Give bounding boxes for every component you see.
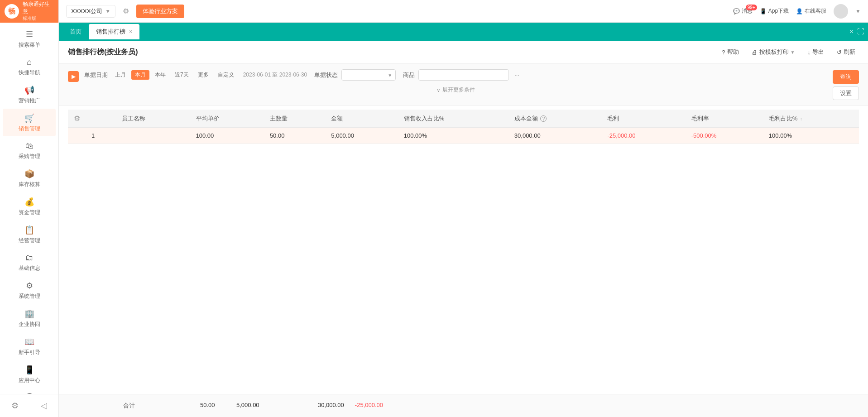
page-content: 销售排行榜(按业务员) ? 帮助 🖨 按模板打印 ▼ ↓ 导出 ↺ 刷新 xyxy=(59,41,868,417)
sidebar-item-inventory-label: 库存核算 xyxy=(19,181,40,188)
profit-pct-sort-icon[interactable]: ↕ xyxy=(800,116,802,121)
sales-rank-table: ⚙ 员工名称 平均单价 主数量 全额 xyxy=(68,110,859,144)
tab-home[interactable]: 首页 xyxy=(62,24,89,39)
topbar: XXXXX公司 ▼ ⚙ 体验行业方案 💬 消息 99+ 📱 App下载 👤 在线… xyxy=(59,0,868,23)
sidebar-item-base[interactable]: 🗂 基础信息 xyxy=(3,249,56,276)
sidebar-item-search[interactable]: ☰ 搜索菜单 xyxy=(3,25,56,53)
table-footer: 合计 50.00 5,000.00 30,000.00 -25,000.00 xyxy=(59,394,868,417)
filter-and-query: ▶ 单据日期 上月 本月 本年 近7天 更多 自定义 xyxy=(68,69,859,100)
col-profit-label: 毛利 xyxy=(607,115,619,122)
export-btn[interactable]: ↓ 导出 xyxy=(804,46,828,58)
refresh-btn[interactable]: ↺ 刷新 xyxy=(833,46,859,58)
industry-btn[interactable]: 体验行业方案 xyxy=(136,5,184,18)
sidebar-item-operations[interactable]: 📋 经营管理 xyxy=(3,220,56,248)
page-header: 销售排行榜(按业务员) ? 帮助 🖨 按模板打印 ▼ ↓ 导出 ↺ 刷新 xyxy=(59,41,868,64)
company-selector[interactable]: XXXXX公司 ▼ xyxy=(66,5,115,18)
cell-profit-rate: -500.00% xyxy=(686,128,763,144)
sidebar-item-collab[interactable]: 🏢 企业协同 xyxy=(3,304,56,332)
sales-icon: 🛒 xyxy=(24,113,34,123)
date-tab-current-month[interactable]: 本月 xyxy=(131,70,149,80)
footer-profit: -25,000.00 xyxy=(350,399,388,412)
sidebar-item-shortcuts[interactable]: ⌂ 快捷导航 xyxy=(3,53,56,80)
sidebar-item-inventory[interactable]: 📦 库存核算 xyxy=(3,164,56,192)
tab-sales-rank[interactable]: 销售排行榜 × xyxy=(89,24,139,39)
app-download-label: App下载 xyxy=(768,7,789,15)
tab-close-icon[interactable]: × xyxy=(129,29,132,35)
apps-icon: 📱 xyxy=(24,365,34,375)
sidebar: 畅 畅康通好生意 标准版 ☰ 搜索菜单 ⌂ 快捷导航 📢 营销推广 🛒 销售管理… xyxy=(0,0,59,417)
search-menu-icon: ☰ xyxy=(26,29,33,39)
help-btn[interactable]: ? 帮助 xyxy=(718,46,742,58)
goods-input[interactable] xyxy=(418,69,509,81)
app-download-btn[interactable]: 📱 App下载 xyxy=(760,7,789,15)
footer-row: 合计 50.00 5,000.00 30,000.00 -25,000.00 xyxy=(68,399,859,412)
logo-sub-text: 标准版 xyxy=(23,15,54,22)
col-name: 员工名称 xyxy=(116,110,190,128)
sidebar-settings-btn[interactable]: ⚙ xyxy=(8,399,22,412)
filter-toggle-btn[interactable]: ▶ xyxy=(68,71,79,82)
col-rank xyxy=(86,110,116,128)
tab-maximize-icon[interactable]: ⛶ xyxy=(857,28,864,36)
col-profit: 毛利 xyxy=(602,110,686,128)
profit-pct-value: 100.00% xyxy=(769,132,792,139)
footer-spacer-1 xyxy=(68,399,104,412)
cost-help-icon[interactable]: ? xyxy=(540,115,547,122)
avg-price-value: 100.00 xyxy=(196,132,214,139)
sidebar-item-guide[interactable]: 📖 新手引导 xyxy=(3,332,56,360)
help-label: 帮助 xyxy=(727,48,739,56)
table-header: ⚙ 员工名称 平均单价 主数量 全额 xyxy=(68,110,859,128)
cell-amount: 5,000.00 xyxy=(326,128,398,144)
sales-pct-value: 100.00% xyxy=(404,132,427,139)
sidebar-item-purchase[interactable]: 🛍 采购管理 xyxy=(3,137,56,164)
cell-cost: 30,000.00 xyxy=(509,128,602,144)
base-icon: 🗂 xyxy=(25,253,34,263)
sidebar-item-marketing[interactable]: 📢 营销推广 xyxy=(3,81,56,108)
logo-main-text: 畅康通好生意 xyxy=(23,1,54,15)
sidebar-item-finance[interactable]: 💰 资金管理 xyxy=(3,192,56,220)
user-name-btn[interactable]: ▼ xyxy=(855,8,861,14)
sidebar-item-system-label: 系统管理 xyxy=(19,292,40,300)
cell-profit-pct: 100.00% xyxy=(763,128,859,144)
profit-value: -25,000.00 xyxy=(607,132,635,139)
company-dropdown-arrow: ▼ xyxy=(105,8,110,14)
inventory-icon: 📦 xyxy=(24,169,34,179)
date-tab-more[interactable]: 更多 xyxy=(194,70,212,80)
quantity-value: 50.00 xyxy=(270,132,285,139)
status-select-wrap xyxy=(341,69,396,81)
filter-settings-btn[interactable]: 设置 xyxy=(833,86,859,100)
goods-more-options[interactable]: ··· xyxy=(513,72,521,78)
cell-profit: -25,000.00 xyxy=(602,128,686,144)
date-tab-prev-month[interactable]: 上月 xyxy=(111,70,129,80)
sidebar-item-apps[interactable]: 📱 应用中心 xyxy=(3,360,56,388)
col-amount: 全额 xyxy=(326,110,398,128)
more-conditions-btn[interactable]: ∨ 展开更多条件 xyxy=(84,84,827,96)
query-buttons: 查询 设置 xyxy=(833,69,859,100)
date-tab-7days[interactable]: 近7天 xyxy=(171,70,192,80)
query-btn[interactable]: 查询 xyxy=(833,70,859,84)
table-area: ⚙ 员工名称 平均单价 主数量 全额 xyxy=(59,106,868,394)
sidebar-item-sales-label: 销售管理 xyxy=(19,125,40,133)
cost-value: 30,000.00 xyxy=(514,132,541,139)
chevron-down-icon: ∨ xyxy=(436,87,441,93)
message-btn[interactable]: 💬 消息 99+ xyxy=(733,7,753,15)
date-tab-current-year[interactable]: 本年 xyxy=(151,70,169,80)
col-profit-rate-label: 毛利率 xyxy=(691,115,709,122)
date-tab-custom[interactable]: 自定义 xyxy=(214,70,238,80)
online-service-btn[interactable]: 👤 在线客服 xyxy=(796,7,826,15)
sidebar-item-finance-label: 资金管理 xyxy=(19,209,40,216)
cell-name xyxy=(116,128,190,144)
user-avatar[interactable] xyxy=(834,4,848,19)
sidebar-collapse-btn[interactable]: ◁ xyxy=(37,399,51,412)
footer-amount: 5,000.00 xyxy=(231,399,267,412)
sidebar-menu: ☰ 搜索菜单 ⌂ 快捷导航 📢 营销推广 🛒 销售管理 🛍 采购管理 📦 库存核… xyxy=(0,23,58,394)
sidebar-item-wechat[interactable]: 💬 企业微信 xyxy=(3,388,56,394)
topbar-settings-icon[interactable]: ⚙ xyxy=(120,5,132,17)
tab-close-window-icon[interactable]: × xyxy=(849,28,854,36)
col-amount-label: 全额 xyxy=(331,115,343,122)
column-settings-icon[interactable]: ⚙ xyxy=(74,115,80,122)
template-print-btn[interactable]: 🖨 按模板打印 ▼ xyxy=(748,46,799,58)
tab-sales-rank-label: 销售排行榜 xyxy=(96,28,125,36)
status-select[interactable] xyxy=(341,69,396,81)
sidebar-item-system[interactable]: ⚙ 系统管理 xyxy=(3,276,56,304)
sidebar-item-sales[interactable]: 🛒 销售管理 xyxy=(3,109,56,136)
